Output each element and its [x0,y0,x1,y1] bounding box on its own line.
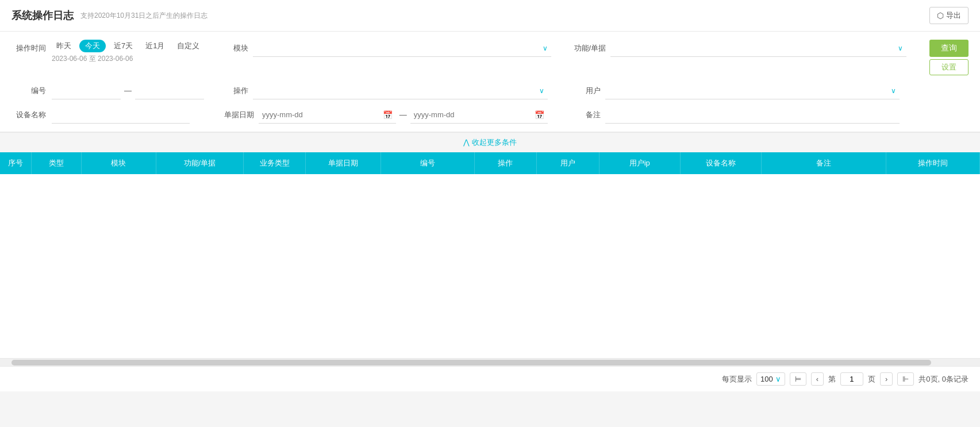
time-buttons: 昨天 今天 近7天 近1月 自定义 [52,40,204,52]
per-page-label: 每页显示 [722,374,752,384]
module-filter-group: 模块 ∨ [207,40,563,57]
number-dash: — [121,82,135,99]
empty-area [0,174,980,358]
time-btn-yesterday[interactable]: 昨天 [52,40,76,52]
col-user-ip: 用户ip [599,152,680,174]
page-size-value: 100 [760,375,773,383]
col-device: 设备名称 [680,152,761,174]
col-type: 类型 [31,152,81,174]
first-page-button[interactable]: ⊨ [790,372,806,386]
last-page-button[interactable]: ⊩ [897,372,914,386]
total-info: 共0页, 0条记录 [918,374,969,384]
number-input-end[interactable] [135,82,204,99]
col-func: 功能/单据 [156,152,243,174]
user-chevron-icon: ∨ [891,87,896,95]
filter-row-3: 设备名称 单据日期 📅 — 📅 备注 [11,106,969,124]
prev-page-button[interactable]: ‹ [811,372,824,386]
col-module: 模块 [81,152,156,174]
time-filter-group: 操作时间 昨天 今天 近7天 近1月 自定义 2023-06-06 至 2023… [11,40,207,64]
date-input-start-wrap: 📅 [259,106,396,124]
filter-row-2: 编号 — 操作 ∨ 用户 ∨ [11,82,969,99]
date-input-start[interactable] [259,108,379,121]
next-page-button[interactable]: › [880,372,893,386]
col-voucher-date: 单据日期 [306,152,381,174]
time-label: 操作时间 [11,40,52,57]
page-subtitle: 支持2020年10月31日之后产生的操作日志 [80,11,207,21]
operation-chevron-icon: ∨ [539,87,544,95]
func-select[interactable]: ∨ [610,40,906,57]
voucher-date-label: 单据日期 [218,106,259,124]
number-filter-group: 编号 — [11,82,207,99]
user-select[interactable]: ∨ [605,82,900,99]
header-title-group: 系统操作日志 支持2020年10月31日之后产生的操作日志 [11,9,207,22]
func-chevron-icon: ∨ [898,44,903,52]
page-header: 系统操作日志 支持2020年10月31日之后产生的操作日志 ⬡ 导出 [0,0,980,32]
time-btn-1month[interactable]: 近1月 [141,40,169,52]
page-size-chevron-icon: ∨ [775,375,781,383]
collapse-icon: ⋀ [463,138,470,147]
date-dash: — [396,106,410,124]
col-op-time: 操作时间 [886,152,980,174]
table-header-row: 序号 类型 模块 功能/单据 业务类型 单据日期 编号 操作 用户 用户ip 设… [0,152,980,174]
func-label: 功能/单据 [574,40,611,57]
page-size-select[interactable]: 100 ∨ [756,372,785,386]
voucher-date-filter-group: 单据日期 📅 — 📅 [207,106,559,124]
page-label: 第 [828,374,836,384]
col-user: 用户 [537,152,599,174]
calendar-start-icon[interactable]: 📅 [379,110,396,120]
settings-button[interactable]: 设置 [929,59,969,75]
device-filter-group: 设备名称 [11,106,207,124]
scrollbar-area[interactable] [0,358,980,366]
func-filter-group: 功能/单据 ∨ [563,40,918,57]
export-icon: ⬡ [937,11,944,20]
pagination: 每页显示 100 ∨ ⊨ ‹ 第 1 页 › ⊩ 共0页, 0条记录 [0,366,980,391]
table-header: 序号 类型 模块 功能/单据 业务类型 单据日期 编号 操作 用户 用户ip 设… [0,152,980,174]
calendar-end-icon[interactable]: 📅 [531,110,548,120]
export-label: 导出 [946,10,961,21]
time-btn-custom[interactable]: 自定义 [172,40,204,52]
col-number: 编号 [381,152,474,174]
operation-select[interactable]: ∨ [253,82,548,99]
number-label: 编号 [11,82,52,99]
collapse-label: 收起更多条件 [472,138,517,147]
remark-input[interactable] [605,106,900,124]
query-button[interactable]: 查询 [929,40,969,57]
module-label: 模块 [218,40,253,57]
page-number-input[interactable]: 1 [840,372,863,386]
col-biz-type: 业务类型 [243,152,306,174]
time-controls: 昨天 今天 近7天 近1月 自定义 2023-06-06 至 2023-06-0… [52,40,204,64]
col-remark: 备注 [761,152,886,174]
remark-label: 备注 [571,106,605,124]
page-unit: 页 [868,374,875,384]
scrollbar-thumb[interactable] [11,360,931,366]
time-btn-7days[interactable]: 近7天 [109,40,137,52]
data-table: 序号 类型 模块 功能/单据 业务类型 单据日期 编号 操作 用户 用户ip 设… [0,152,980,174]
col-index: 序号 [0,152,31,174]
time-date-range: 2023-06-06 至 2023-06-06 [52,54,204,64]
table-wrap: 序号 类型 模块 功能/单据 业务类型 单据日期 编号 操作 用户 用户ip 设… [0,152,980,358]
device-input[interactable] [52,106,190,124]
operation-label: 操作 [218,82,253,99]
device-label: 设备名称 [11,106,52,124]
module-chevron-icon: ∨ [543,44,548,52]
page-title: 系统操作日志 [11,9,74,22]
date-input-end[interactable] [410,108,531,121]
time-btn-today[interactable]: 今天 [79,40,106,52]
filter-row-1: 操作时间 昨天 今天 近7天 近1月 自定义 2023-06-06 至 2023… [11,40,969,75]
operation-filter-group: 操作 ∨ [207,82,559,99]
user-label: 用户 [571,82,605,99]
action-buttons: 查询 设置 [929,40,969,75]
col-operation: 操作 [474,152,537,174]
remark-filter-group: 备注 [559,106,912,124]
date-input-end-wrap: 📅 [410,106,548,124]
collapse-bar[interactable]: ⋀ 收起更多条件 [0,132,980,152]
export-button[interactable]: ⬡ 导出 [929,7,969,24]
user-filter-group: 用户 ∨ [559,82,912,99]
number-input-start[interactable] [52,82,121,99]
filter-section: 操作时间 昨天 今天 近7天 近1月 自定义 2023-06-06 至 2023… [0,32,980,132]
module-select[interactable]: ∨ [253,40,551,57]
